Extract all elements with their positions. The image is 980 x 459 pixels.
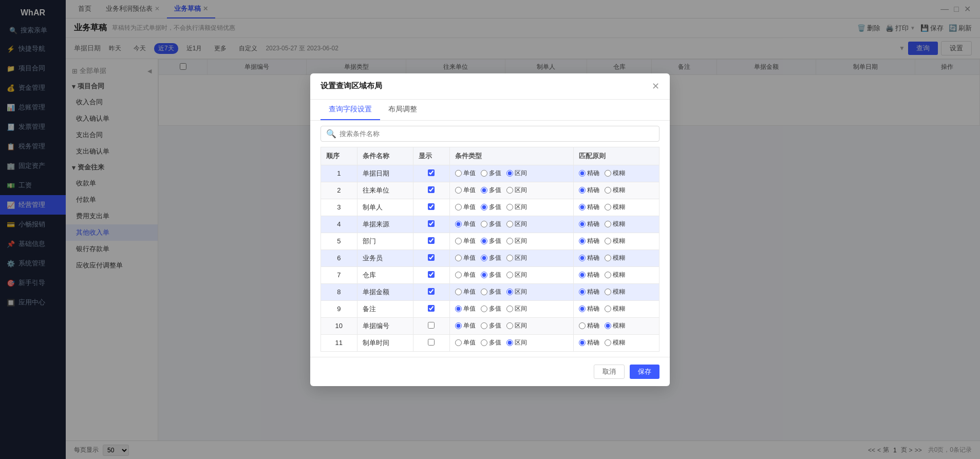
cond-type-radio[interactable] <box>455 339 462 346</box>
cond-type-radio[interactable] <box>455 187 462 194</box>
cond-type-option[interactable]: 单值 <box>455 254 476 262</box>
display-checkbox-item[interactable] <box>419 271 444 279</box>
display-checkbox-item[interactable] <box>419 339 444 347</box>
match-rule-radio[interactable] <box>605 255 611 261</box>
cond-type-radio[interactable] <box>481 187 487 194</box>
cond-type-radio[interactable] <box>481 272 487 278</box>
display-checkbox-item[interactable] <box>419 305 444 313</box>
match-rule-radio[interactable] <box>579 322 586 329</box>
cond-type-option[interactable]: 多值 <box>481 338 501 347</box>
cond-type-radio[interactable] <box>506 339 513 346</box>
cond-type-option[interactable]: 单值 <box>455 237 476 245</box>
match-rule-option[interactable]: 模糊 <box>605 203 625 212</box>
match-rule-option[interactable]: 精确 <box>579 321 599 330</box>
cond-type-radio[interactable] <box>506 289 513 295</box>
cond-type-radio[interactable] <box>455 170 462 177</box>
cond-type-option[interactable]: 区间 <box>506 338 527 347</box>
match-rule-radio[interactable] <box>605 322 611 329</box>
display-checkbox[interactable] <box>428 339 435 346</box>
cond-type-radio[interactable] <box>506 238 513 244</box>
cond-type-option[interactable]: 单值 <box>455 321 476 330</box>
cond-type-option[interactable]: 多值 <box>481 254 501 262</box>
cond-type-radio[interactable] <box>455 204 462 211</box>
cond-type-radio[interactable] <box>481 322 487 329</box>
cond-type-radio[interactable] <box>481 221 487 227</box>
modal-tab-layout[interactable]: 布局调整 <box>380 100 425 120</box>
cond-type-option[interactable]: 单值 <box>455 186 476 195</box>
match-rule-radio[interactable] <box>605 221 611 227</box>
match-rule-radio[interactable] <box>579 221 586 227</box>
cond-type-radio[interactable] <box>455 272 462 278</box>
cond-type-radio[interactable] <box>481 238 487 244</box>
cond-type-radio[interactable] <box>455 221 462 227</box>
cond-type-radio[interactable] <box>506 170 513 177</box>
display-checkbox-item[interactable] <box>419 220 444 228</box>
display-checkbox-item[interactable] <box>419 203 444 212</box>
match-rule-option[interactable]: 模糊 <box>605 271 625 279</box>
match-rule-option[interactable]: 精确 <box>579 169 599 178</box>
display-checkbox[interactable] <box>428 288 435 295</box>
cond-type-option[interactable]: 多值 <box>481 321 501 330</box>
modal-close-button[interactable]: ✕ <box>652 81 659 92</box>
match-rule-option[interactable]: 模糊 <box>605 338 625 347</box>
cond-type-option[interactable]: 区间 <box>506 321 527 330</box>
match-rule-option[interactable]: 精确 <box>579 338 599 347</box>
cond-type-radio[interactable] <box>455 238 462 244</box>
cond-type-option[interactable]: 单值 <box>455 169 476 178</box>
match-rule-radio[interactable] <box>605 305 611 312</box>
match-rule-option[interactable]: 模糊 <box>605 288 625 296</box>
match-rule-radio[interactable] <box>579 238 586 244</box>
cond-type-radio[interactable] <box>506 187 513 194</box>
cond-type-option[interactable]: 区间 <box>506 220 527 228</box>
cond-type-radio[interactable] <box>506 272 513 278</box>
cond-type-radio[interactable] <box>455 255 462 261</box>
cond-type-option[interactable]: 单值 <box>455 220 476 228</box>
cond-type-option[interactable]: 多值 <box>481 169 501 178</box>
cond-type-option[interactable]: 区间 <box>506 186 527 195</box>
display-checkbox[interactable] <box>428 237 435 244</box>
cond-type-radio[interactable] <box>481 170 487 177</box>
modal-overlay[interactable]: 设置查询区域布局 ✕ 查询字段设置 布局调整 🔍 顺序 条件名称 显示 条件类型 <box>0 0 980 459</box>
display-checkbox-item[interactable] <box>419 169 444 178</box>
cond-type-option[interactable]: 单值 <box>455 271 476 279</box>
cond-type-option[interactable]: 多值 <box>481 288 501 296</box>
match-rule-radio[interactable] <box>605 238 611 244</box>
match-rule-radio[interactable] <box>605 339 611 346</box>
cond-type-option[interactable]: 区间 <box>506 169 527 178</box>
match-rule-option[interactable]: 精确 <box>579 220 599 228</box>
cond-type-option[interactable]: 单值 <box>455 304 476 313</box>
match-rule-option[interactable]: 模糊 <box>605 186 625 195</box>
cond-type-option[interactable]: 区间 <box>506 254 527 262</box>
cond-type-option[interactable]: 多值 <box>481 203 501 212</box>
cond-type-radio[interactable] <box>506 305 513 312</box>
match-rule-radio[interactable] <box>579 187 586 194</box>
cond-type-option[interactable]: 多值 <box>481 237 501 245</box>
modal-search-input[interactable] <box>340 130 654 138</box>
match-rule-option[interactable]: 模糊 <box>605 237 625 245</box>
match-rule-option[interactable]: 模糊 <box>605 304 625 313</box>
cancel-button[interactable]: 取消 <box>594 365 625 379</box>
display-checkbox-item[interactable] <box>419 288 444 296</box>
match-rule-option[interactable]: 模糊 <box>605 220 625 228</box>
cond-type-radio[interactable] <box>481 289 487 295</box>
cond-type-radio[interactable] <box>455 289 462 295</box>
modal-tab-field-settings[interactable]: 查询字段设置 <box>321 100 380 120</box>
cond-type-radio[interactable] <box>481 305 487 312</box>
display-checkbox-item[interactable] <box>419 322 444 330</box>
cond-type-radio[interactable] <box>455 305 462 312</box>
cond-type-option[interactable]: 单值 <box>455 288 476 296</box>
cond-type-option[interactable]: 区间 <box>506 237 527 245</box>
display-checkbox[interactable] <box>428 186 435 193</box>
cond-type-option[interactable]: 区间 <box>506 203 527 212</box>
match-rule-radio[interactable] <box>579 255 586 261</box>
display-checkbox[interactable] <box>428 220 435 227</box>
display-checkbox-item[interactable] <box>419 186 444 195</box>
match-rule-radio[interactable] <box>579 272 586 278</box>
match-rule-radio[interactable] <box>579 289 586 295</box>
modal-search-box[interactable]: 🔍 <box>321 126 659 142</box>
match-rule-option[interactable]: 精确 <box>579 237 599 245</box>
modal-save-button[interactable]: 保存 <box>630 365 659 379</box>
cond-type-radio[interactable] <box>481 255 487 261</box>
match-rule-option[interactable]: 模糊 <box>605 254 625 262</box>
match-rule-radio[interactable] <box>605 170 611 177</box>
